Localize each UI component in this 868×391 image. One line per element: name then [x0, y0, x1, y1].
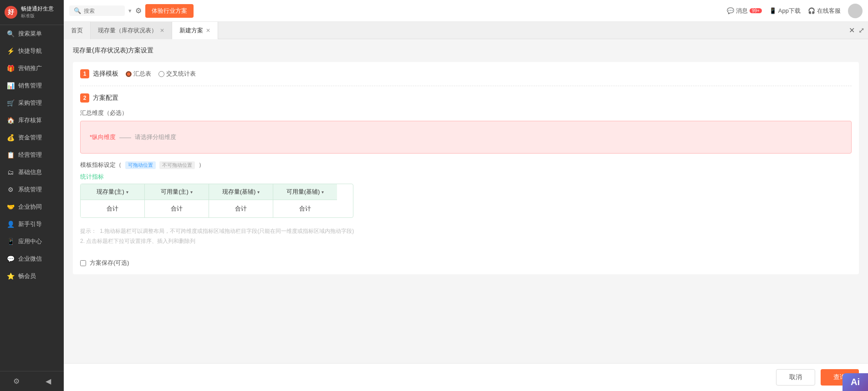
ai-badge[interactable]: Ai — [842, 373, 868, 391]
money-icon: 💰 — [6, 134, 15, 142]
sidebar-item-wechat[interactable]: 💬 企业微信 — [0, 250, 64, 268]
radio-summary[interactable]: 汇总表 — [126, 70, 151, 78]
sidebar-item-guide[interactable]: 👤 新手引导 — [0, 216, 64, 233]
hint-text-1: 1.拖动标题栏可以调整布局，不可跨维度或指标区域拖动栏目字段(只能在同一维度或指… — [100, 228, 354, 234]
user-avatar[interactable] — [848, 4, 863, 18]
mobile-download-icon: 📱 — [769, 7, 776, 14]
step1-header: 1 选择模板 汇总表 交叉统计表 — [80, 69, 852, 78]
clipboard-icon: 📋 — [6, 151, 15, 159]
sidebar-logo: 好 畅捷通好生意 标准版 — [0, 0, 64, 25]
tab-new-plan[interactable]: 新建方案 ✕ — [172, 22, 218, 39]
sidebar-item-label: 库存核算 — [18, 116, 42, 124]
sidebar-nav: 🔍 搜索菜单 ⚡ 快捷导航 🎁 营销推广 📊 销售管理 🛒 采购管理 🏠 库存核… — [0, 25, 64, 371]
indicator-label-end: ） — [199, 161, 204, 169]
radio-cross-input[interactable] — [158, 71, 164, 77]
chevron-down-3-icon[interactable]: ▾ — [322, 190, 324, 195]
cancel-button[interactable]: 取消 — [776, 369, 815, 386]
settings-section: 1 选择模板 汇总表 交叉统计表 2 方案 — [73, 62, 859, 274]
step1-title: 选择模板 — [93, 70, 118, 78]
sidebar-item-purchase[interactable]: 🛒 采购管理 — [0, 94, 64, 112]
template-radio-group: 汇总表 交叉统计表 — [126, 70, 196, 78]
collapse-btn[interactable]: ◀ — [44, 375, 53, 387]
sidebar-item-shortcut[interactable]: ⚡ 快捷导航 — [0, 42, 64, 60]
radio-summary-label: 汇总表 — [133, 70, 151, 78]
save-checkbox[interactable] — [80, 260, 86, 266]
sidebar-item-member[interactable]: ⭐ 畅会员 — [0, 268, 64, 285]
stats-col-1: 可用量(主) ▾ 合计 — [145, 184, 209, 217]
page-title: 现存量(库存状况表)方案设置 — [73, 46, 859, 55]
sidebar-item-appstore[interactable]: 📱 应用中心 — [0, 233, 64, 250]
chevron-down-2-icon[interactable]: ▾ — [257, 190, 260, 195]
expand-window-btn[interactable]: ⤢ — [858, 26, 864, 35]
stats-col-0-body: 合计 — [81, 200, 144, 217]
dim-required-marker: *纵向维度 — [90, 133, 116, 141]
topbar-search-box[interactable]: 🔍 — [69, 5, 125, 16]
online-service-btn[interactable]: 🎧 在线客服 — [808, 7, 841, 15]
sidebar-item-operation[interactable]: 📋 经营管理 — [0, 146, 64, 164]
chevron-down-1-icon[interactable]: ▾ — [190, 190, 193, 195]
sidebar-item-basic[interactable]: 🗂 基础信息 — [0, 164, 64, 181]
dim-dash: —— — [119, 134, 131, 141]
close-window-btn[interactable]: ✕ — [849, 26, 855, 35]
gift-icon: 🎁 — [6, 64, 15, 72]
indicator-settings: 模板指标设定（ 可拖动位置 不可拖动位置 ） 统计指标 现存量(主) — [80, 161, 852, 219]
sidebar-item-system[interactable]: ⚙ 系统管理 — [0, 181, 64, 198]
sidebar-item-label: 采购管理 — [18, 99, 42, 107]
sidebar-item-label: 应用中心 — [18, 237, 42, 246]
sidebar-bottom: ⚙ ◀ — [0, 371, 64, 391]
step2-title: 方案配置 — [93, 94, 118, 102]
app-download-btn[interactable]: 📱 App下载 — [769, 7, 801, 15]
tab-new-plan-label: 新建方案 — [179, 26, 203, 35]
stats-col-1-label: 可用量(主) — [161, 188, 189, 196]
footer-bar: 取消 查询 — [64, 363, 868, 391]
stats-col-3-label: 可用量(基辅) — [286, 188, 320, 196]
window-controls: ✕ ⤢ — [849, 26, 868, 35]
headset-icon: 🎧 — [808, 7, 815, 14]
stats-col-0-sub: 合计 — [107, 205, 118, 213]
search-dropdown-icon[interactable]: ▾ — [128, 7, 132, 14]
search-input[interactable] — [84, 8, 120, 14]
draggable-badge: 可拖动位置 — [125, 161, 156, 169]
stats-col-3-header[interactable]: 可用量(基辅) ▾ — [273, 184, 337, 200]
step2-num: 2 — [80, 93, 89, 103]
tab-inventory[interactable]: 现存量（库存状况表） ✕ — [91, 22, 172, 39]
sidebar-item-contract[interactable]: 🤝 企业协同 — [0, 198, 64, 216]
hint-text-2: 2. 点击标题栏下拉可设置排序、插入列和删除列 — [80, 238, 195, 244]
sidebar-item-inventory[interactable]: 🏠 库存核算 — [0, 112, 64, 129]
indicator-label-text: 模板指标设定（ — [80, 161, 122, 169]
stats-title: 统计指标 — [80, 173, 852, 181]
trial-btn[interactable]: 体验行业方案 — [145, 4, 194, 18]
sidebar-item-sales[interactable]: 📊 销售管理 — [0, 77, 64, 94]
stats-col-0-header[interactable]: 现存量(主) ▾ — [81, 184, 144, 200]
dimension-field-label: 汇总维度（必选） — [80, 109, 852, 117]
radio-cross-label: 交叉统计表 — [166, 70, 196, 78]
stats-col-2-sub: 合计 — [235, 205, 247, 213]
stats-col-1-header[interactable]: 可用量(主) ▾ — [145, 184, 209, 200]
tabbar: 首页 现存量（库存状况表） ✕ 新建方案 ✕ ✕ ⤢ — [64, 22, 868, 39]
sidebar-item-marketing[interactable]: 🎁 营销推广 — [0, 60, 64, 77]
stats-col-1-body: 合计 — [145, 200, 209, 217]
sidebar-item-label: 新手引导 — [18, 220, 42, 228]
save-row: 方案保存(可选) — [80, 253, 852, 267]
message-btn[interactable]: 💬 消息 99+ — [727, 7, 762, 15]
topbar: 🔍 ▾ ⚙ 体验行业方案 💬 消息 99+ 📱 App下载 🎧 在线客服 — [64, 0, 868, 22]
chevron-down-0-icon[interactable]: ▾ — [126, 190, 128, 195]
tab-home[interactable]: 首页 — [64, 22, 91, 39]
chart-icon: 📊 — [6, 82, 15, 90]
stats-col-2: 现存量(基辅) ▾ 合计 — [209, 184, 273, 217]
sidebar-item-search[interactable]: 🔍 搜索菜单 — [0, 25, 64, 42]
dimension-box[interactable]: *纵向维度 —— 请选择分组维度 — [80, 121, 852, 154]
save-checkbox-label[interactable]: 方案保存(可选) — [90, 259, 129, 267]
sidebar-item-finance[interactable]: 💰 资金管理 — [0, 129, 64, 146]
tab-home-label: 首页 — [71, 26, 83, 35]
hint-line-1: 提示： 1.拖动标题栏可以调整布局，不可跨维度或指标区域拖动栏目字段(只能在同一… — [80, 226, 852, 237]
topbar-gear-icon[interactable]: ⚙ — [135, 6, 142, 15]
tab-inventory-close[interactable]: ✕ — [160, 27, 164, 34]
stats-col-2-header[interactable]: 现存量(基辅) ▾ — [209, 184, 273, 200]
radio-summary-input[interactable] — [126, 71, 132, 77]
tab-new-plan-close[interactable]: ✕ — [206, 27, 210, 34]
step-divider — [80, 86, 852, 86]
radio-cross[interactable]: 交叉统计表 — [158, 70, 196, 78]
settings-bottom-btn[interactable]: ⚙ — [11, 375, 21, 387]
step2-header: 2 方案配置 — [80, 93, 852, 103]
